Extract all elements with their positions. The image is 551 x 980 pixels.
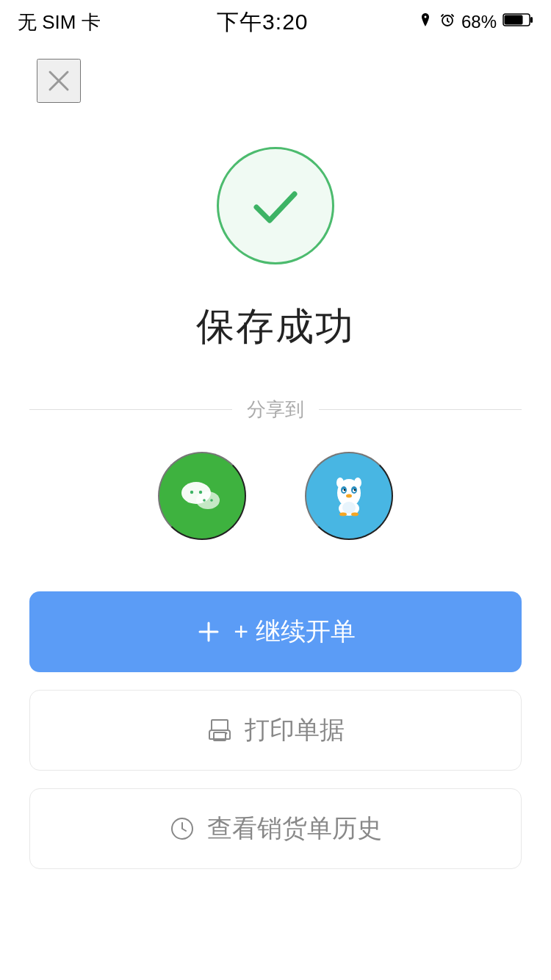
svg-rect-3 — [504, 15, 522, 25]
history-icon — [169, 815, 195, 842]
close-button[interactable] — [37, 59, 81, 103]
action-buttons: + 继续开单 打印单据 查看销货单历史 — [29, 591, 522, 869]
svg-point-18 — [354, 489, 356, 491]
print-icon — [206, 717, 233, 743]
svg-rect-28 — [212, 720, 228, 730]
battery-icon — [503, 12, 533, 32]
alarm-icon — [439, 12, 455, 32]
share-label: 分享到 — [247, 397, 304, 422]
history-label: 查看销货单历史 — [207, 812, 382, 846]
share-section: 分享到 — [29, 397, 522, 540]
print-label: 打印单据 — [245, 713, 345, 747]
svg-point-17 — [344, 489, 345, 491]
svg-point-9 — [199, 491, 202, 494]
checkmark-icon — [246, 176, 305, 235]
svg-point-10 — [203, 499, 206, 502]
wechat-icon — [177, 471, 227, 521]
svg-point-24 — [336, 478, 344, 488]
svg-point-25 — [354, 478, 361, 488]
history-button[interactable]: 查看销货单历史 — [29, 788, 522, 869]
main-content: 保存成功 分享到 — [0, 44, 551, 980]
svg-point-22 — [339, 513, 347, 516]
plus-icon — [195, 619, 222, 645]
divider-right — [319, 409, 522, 410]
status-right: 68% — [417, 12, 533, 32]
continue-button[interactable]: + 继续开单 — [29, 591, 522, 672]
status-bar: 无 SIM 卡 下午3:20 68% — [0, 0, 551, 44]
svg-rect-2 — [530, 17, 533, 23]
svg-point-11 — [210, 499, 213, 502]
status-left: 无 SIM 卡 — [18, 10, 108, 35]
sim-status: 无 SIM 卡 — [18, 10, 101, 35]
battery-percent: 68% — [461, 12, 497, 32]
location-icon — [417, 12, 433, 32]
svg-point-19 — [346, 494, 352, 498]
share-qq-button[interactable] — [305, 452, 393, 540]
qq-icon — [324, 471, 374, 521]
svg-point-23 — [351, 513, 359, 516]
share-icons-row — [158, 452, 393, 540]
share-wechat-button[interactable] — [158, 452, 246, 540]
print-button[interactable]: 打印单据 — [29, 690, 522, 771]
svg-point-30 — [226, 732, 228, 735]
status-time: 下午3:20 — [217, 7, 308, 37]
divider-left — [29, 409, 232, 410]
svg-point-8 — [190, 491, 193, 494]
svg-point-21 — [342, 502, 356, 514]
success-title: 保存成功 — [196, 301, 355, 353]
share-divider: 分享到 — [29, 397, 522, 422]
svg-point-7 — [196, 491, 220, 509]
success-icon-circle — [217, 147, 334, 264]
continue-label: + 继续开单 — [234, 615, 355, 649]
